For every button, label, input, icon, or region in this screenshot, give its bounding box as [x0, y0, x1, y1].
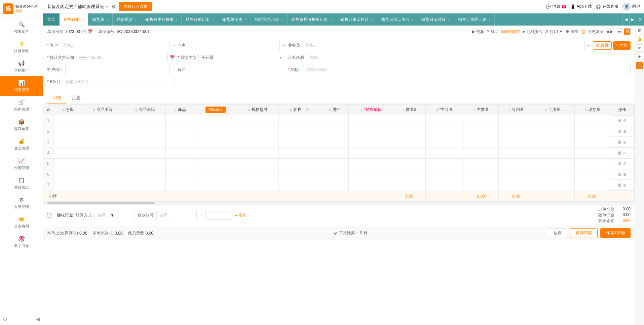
- tab-daily-work[interactable]: 钱货日清工作台 ×: [377, 13, 418, 26]
- cell-spec-7[interactable]: [237, 180, 279, 191]
- tab-return[interactable]: 销货退货 ×: [113, 13, 141, 26]
- cell-cust-code-2[interactable]: [279, 126, 320, 137]
- row-delete-icon-1[interactable]: 🗑: [618, 118, 622, 123]
- row-copy-icon-5[interactable]: ⊕: [623, 161, 627, 166]
- sidebar-item-sales[interactable]: 📊 销售管理: [0, 76, 43, 96]
- cell-cust-code-5[interactable]: [279, 158, 320, 169]
- print-btn[interactable]: 🖨 打印 ▼: [545, 29, 563, 35]
- cell-warehouse-4[interactable]: [53, 148, 82, 158]
- cell-warehouse-5[interactable]: [53, 158, 82, 169]
- tab-close-all[interactable]: ✕: [636, 13, 644, 26]
- scan-btn[interactable]: 扫码录入: [205, 107, 226, 113]
- row-copy-icon-2[interactable]: ⊕: [623, 129, 627, 134]
- cell-attr-2[interactable]: [320, 126, 349, 137]
- cell-warehouse-1[interactable]: [53, 115, 82, 126]
- cell-cust-code-7[interactable]: [279, 180, 320, 191]
- row-copy-icon-6[interactable]: ⊕: [623, 172, 627, 177]
- collapse-icon[interactable]: ◀: [36, 316, 40, 322]
- address-dots-icon[interactable]: ···: [172, 67, 175, 72]
- cell-spec-4[interactable]: [237, 148, 279, 158]
- sort-icon[interactable]: ⇅: [248, 108, 251, 112]
- profit-btn[interactable]: ● 毛利预估: [523, 29, 542, 35]
- order-source-input[interactable]: [306, 53, 625, 62]
- sidebar-item-guide[interactable]: 🎯 新手引导: [0, 232, 43, 252]
- sidebar-item-management[interactable]: 📈 经营管理: [0, 154, 43, 174]
- row-copy-icon-3[interactable]: ⊕: [623, 140, 627, 145]
- sidebar-item-marketing[interactable]: 📢 营销推广: [0, 57, 43, 76]
- sidebar-item-purchase[interactable]: 🛒 采购管理: [0, 96, 43, 115]
- tab-home[interactable]: 首页: [43, 13, 60, 26]
- tab-workbench-close[interactable]: ×: [371, 18, 373, 22]
- tab-return-close[interactable]: ×: [135, 18, 137, 22]
- th-settings[interactable]: ⚙: [43, 105, 53, 115]
- tab-return-history[interactable]: 销货退货历史 ×: [251, 13, 288, 26]
- sort-icon[interactable]: ⇅: [135, 108, 138, 112]
- row-delete-icon-3[interactable]: 🗑: [618, 140, 622, 145]
- cell-warehouse-3[interactable]: [53, 137, 82, 148]
- save-draft-btn[interactable]: 保存草稿: [570, 228, 598, 238]
- cell-attr-3[interactable]: [320, 137, 349, 148]
- tab-expense-history-close[interactable]: ×: [330, 18, 332, 22]
- cell-main-unit-3[interactable]: [425, 137, 463, 148]
- cell-main-unit-7[interactable]: [425, 180, 463, 191]
- online-service-btn[interactable]: 🎧 在线客服: [596, 4, 618, 9]
- prev-record-btn[interactable]: ◀: [606, 29, 609, 34]
- customer-input[interactable]: [60, 41, 169, 50]
- cell-product-6[interactable]: [166, 169, 194, 180]
- add-payment-btn[interactable]: ● 添加: [235, 212, 247, 218]
- rsp-tool-btn[interactable]: 🔧: [636, 62, 643, 69]
- sort-icon[interactable]: ⇅: [544, 108, 547, 112]
- account-dots-icon[interactable]: ···: [199, 213, 203, 218]
- cell-main-qty-7[interactable]: [463, 180, 499, 191]
- cell-attr-7[interactable]: [320, 180, 349, 191]
- sort-icon[interactable]: ⇅: [290, 108, 292, 112]
- cell-warehouse-2[interactable]: [53, 126, 82, 137]
- cell-code-3[interactable]: [124, 137, 166, 148]
- tab-stats-close[interactable]: ×: [488, 18, 490, 22]
- sidebar-item-enterprise[interactable]: 🤝 企业协同: [0, 213, 43, 232]
- row-delete-icon-7[interactable]: 🗑: [618, 183, 622, 188]
- date-calendar-icon[interactable]: 📅: [170, 55, 175, 60]
- warehouse-dots-icon[interactable]: ···: [282, 43, 285, 48]
- cell-spec-5[interactable]: [237, 158, 279, 169]
- cell-main-qty-4[interactable]: [463, 148, 499, 158]
- sidebar-item-search[interactable]: 🔍 搜索菜单: [0, 18, 43, 37]
- sort-icon[interactable]: ⇅: [508, 108, 511, 112]
- cell-warehouse-7[interactable]: [53, 180, 82, 191]
- sort-icon[interactable]: ⇅: [62, 108, 65, 112]
- tab-order-history-close[interactable]: ×: [212, 18, 214, 22]
- history-btn[interactable]: 📜 历史单据: [581, 29, 603, 35]
- cell-unit-2[interactable]: [349, 126, 393, 137]
- operation-btn[interactable]: ⚙ 操作: [566, 29, 578, 35]
- cell-spec-2[interactable]: [237, 126, 279, 137]
- cell-main-qty-6[interactable]: [463, 169, 499, 180]
- message-btn[interactable]: 💬 消息 9: [546, 4, 566, 9]
- row-delete-icon-4[interactable]: 🗑: [618, 151, 622, 155]
- invoice-dropdown[interactable]: 不开票 ▼: [198, 53, 285, 62]
- cell-cust-code-6[interactable]: [279, 169, 320, 180]
- amount-input[interactable]: 0.00: [205, 211, 232, 220]
- tab-expense[interactable]: 销售费用分摊单 ×: [141, 13, 182, 26]
- tab-stats[interactable]: 销售订单统计表 ×: [454, 13, 495, 26]
- cell-product-2[interactable]: [166, 126, 194, 137]
- row-copy-icon-4[interactable]: ⊕: [623, 151, 627, 155]
- tab-reconcile-close[interactable]: ×: [448, 18, 450, 22]
- tab-summary[interactable]: 汇总: [67, 92, 86, 104]
- row-copy-icon-7[interactable]: ⊕: [623, 183, 627, 188]
- remark-input[interactable]: [188, 65, 285, 74]
- tab-expense-close[interactable]: ×: [176, 18, 178, 22]
- app-download-btn[interactable]: 📱 App下载: [570, 4, 592, 9]
- sort-icon[interactable]: ⇅: [174, 108, 177, 112]
- cell-product-4[interactable]: [166, 148, 194, 158]
- view-btn[interactable]: ▶ 视频: [472, 29, 484, 35]
- cell-product-7[interactable]: [166, 180, 194, 191]
- shortcut-btn[interactable]: ⌨ 快捷键: [501, 29, 520, 35]
- rsp-star-btn[interactable]: ★: [636, 53, 643, 60]
- cell-unit-3[interactable]: [349, 137, 393, 148]
- tab-reconcile[interactable]: 钱货日清对账 ×: [417, 13, 454, 26]
- sort-icon[interactable]: ⇅: [402, 108, 405, 112]
- cell-attr-5[interactable]: [320, 158, 349, 169]
- solution-btn[interactable]: 体验行业方案: [119, 2, 152, 11]
- list-view-btn[interactable]: ☰: [616, 28, 623, 35]
- cell-qty2-7[interactable]: [393, 180, 425, 191]
